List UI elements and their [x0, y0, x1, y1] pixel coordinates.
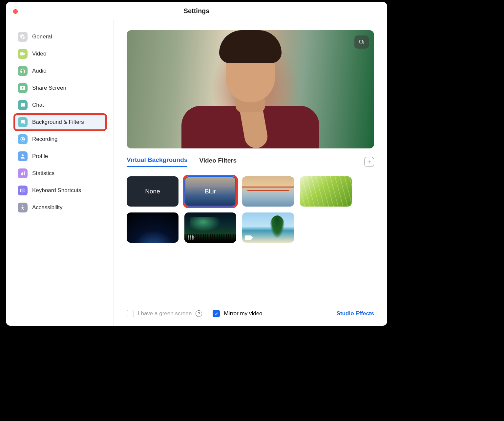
- gear-icon: [18, 32, 28, 42]
- accessibility-icon: [18, 203, 28, 212]
- sidebar-item-general[interactable]: General: [15, 30, 105, 44]
- preview-person-illustration: [181, 40, 319, 148]
- sidebar-item-statistics[interactable]: Statistics: [15, 166, 105, 181]
- add-background-button[interactable]: [364, 157, 374, 167]
- svg-point-11: [22, 205, 23, 206]
- green-screen-checkbox[interactable]: [127, 310, 134, 317]
- tabs-row: Virtual Backgrounds Video Filters: [127, 156, 374, 167]
- window-title: Settings: [184, 7, 210, 15]
- sidebar-item-label: Keyboard Shortcuts: [32, 187, 81, 194]
- sidebar-item-label: Chat: [32, 102, 44, 108]
- svg-rect-12: [360, 40, 363, 43]
- background-option-none[interactable]: None: [127, 176, 178, 207]
- video-marker-icon: [245, 235, 251, 240]
- background-option-grass[interactable]: [300, 176, 352, 207]
- sidebar-item-label: Profile: [32, 153, 48, 160]
- share-screen-icon: [18, 83, 28, 93]
- main-panel: Virtual Backgrounds Video Filters None B…: [114, 20, 387, 326]
- bar-chart-icon: [18, 168, 28, 178]
- sidebar-item-audio[interactable]: Audio: [15, 64, 105, 78]
- svg-rect-8: [22, 190, 23, 190]
- record-icon: [18, 134, 28, 144]
- svg-rect-5: [24, 171, 25, 175]
- rotate-camera-button[interactable]: [354, 35, 369, 49]
- sidebar-item-background-filters[interactable]: Background & Filters: [15, 115, 105, 129]
- svg-rect-4: [22, 172, 23, 175]
- sidebar-item-label: General: [32, 33, 52, 40]
- sidebar-item-chat[interactable]: Chat: [15, 98, 105, 112]
- sidebar-item-label: Share Screen: [32, 85, 66, 91]
- svg-rect-9: [23, 190, 24, 190]
- video-preview: [127, 30, 374, 148]
- sidebar-item-label: Statistics: [32, 170, 54, 177]
- video-marker-icon: [187, 235, 194, 240]
- footer-row: I have a green screen ? Mirror my video …: [127, 303, 374, 317]
- sidebar-item-label: Video: [32, 51, 46, 57]
- sidebar-item-keyboard-shortcuts[interactable]: Keyboard Shortcuts: [15, 183, 105, 198]
- keyboard-icon: [18, 186, 28, 195]
- sidebar-item-label: Accessibility: [32, 204, 63, 211]
- settings-window: Settings General Video Audio: [6, 2, 387, 326]
- svg-rect-10: [22, 191, 24, 191]
- svg-rect-6: [20, 189, 25, 192]
- background-grid: None Blur: [127, 176, 374, 243]
- sidebar-item-label: Recording: [32, 136, 58, 143]
- sidebar-item-profile[interactable]: Profile: [15, 149, 105, 164]
- window-body: General Video Audio Share Screen: [6, 20, 387, 326]
- sidebar-item-label: Background & Filters: [32, 119, 84, 125]
- person-icon: [18, 151, 28, 161]
- green-screen-help-button[interactable]: ?: [196, 310, 202, 317]
- mirror-video-checkbox[interactable]: [213, 310, 220, 317]
- sidebar-item-label: Audio: [32, 68, 46, 74]
- background-option-blur[interactable]: Blur: [184, 176, 236, 207]
- svg-point-2: [22, 154, 24, 156]
- background-option-earth[interactable]: [127, 212, 178, 243]
- svg-rect-7: [21, 190, 22, 190]
- svg-point-1: [22, 138, 24, 140]
- background-option-label: None: [145, 188, 160, 195]
- titlebar: Settings: [6, 2, 387, 20]
- green-screen-label: I have a green screen: [138, 310, 192, 317]
- sidebar-item-accessibility[interactable]: Accessibility: [15, 200, 105, 215]
- person-frame-icon: [18, 117, 28, 127]
- sidebar-item-share-screen[interactable]: Share Screen: [15, 81, 105, 95]
- background-option-label: Blur: [205, 188, 216, 195]
- chat-bubble-icon: [18, 100, 28, 110]
- studio-effects-link[interactable]: Studio Effects: [337, 310, 374, 317]
- close-window-button[interactable]: [13, 9, 18, 14]
- sidebar-item-recording[interactable]: Recording: [15, 132, 105, 146]
- headphones-icon: [18, 66, 28, 76]
- sidebar: General Video Audio Share Screen: [6, 20, 114, 326]
- sidebar-item-video[interactable]: Video: [15, 47, 105, 61]
- video-camera-icon: [18, 49, 28, 59]
- tab-video-filters[interactable]: Video Filters: [199, 157, 237, 167]
- mirror-video-label: Mirror my video: [224, 310, 262, 317]
- svg-rect-3: [21, 173, 22, 175]
- background-option-northern-lights[interactable]: [184, 212, 236, 243]
- background-option-beach[interactable]: [242, 212, 294, 243]
- background-option-golden-gate[interactable]: [242, 176, 294, 207]
- tab-virtual-backgrounds[interactable]: Virtual Backgrounds: [127, 156, 187, 167]
